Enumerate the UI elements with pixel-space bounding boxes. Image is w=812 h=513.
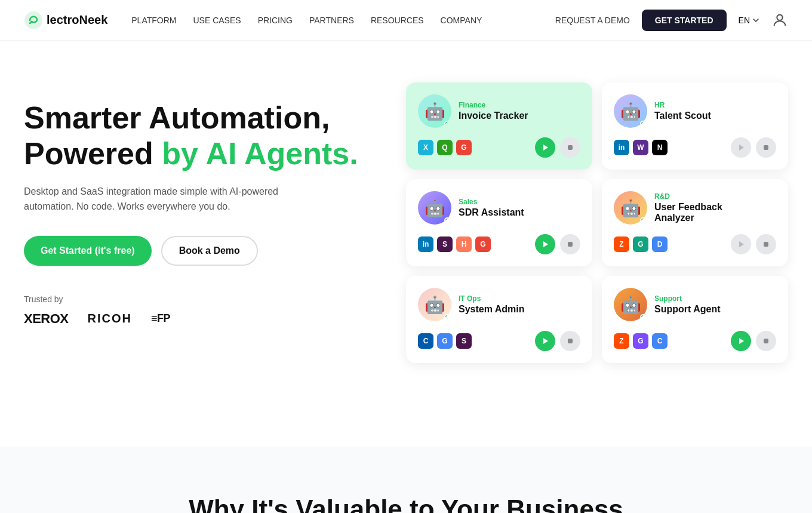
agent-tools-finance: X Q G	[418, 140, 472, 155]
citrix-tool-icon: C	[418, 333, 433, 349]
stop-button-hr[interactable]	[756, 137, 776, 158]
play-button-it[interactable]	[535, 331, 555, 351]
agent-footer-support: Z G C	[614, 331, 776, 351]
agent-tools-hr: in W N	[614, 140, 668, 155]
chevron-down-icon	[752, 17, 759, 24]
nav-partners[interactable]: PARTNERS	[309, 16, 354, 25]
agent-avatar-hr: 🤖	[614, 94, 647, 128]
nav-pricing[interactable]: PRICING	[258, 16, 293, 25]
agent-info-rd: R&D User Feedback Analyzer	[654, 192, 722, 223]
agent-actions-hr	[731, 137, 776, 158]
hero-title: Smarter Automation, Powered by AI Agents…	[24, 100, 370, 172]
hero-right: 🤖 Finance Invoice Tracker X Q G	[406, 76, 788, 363]
bottom-section: Why It's Valuable to Your Business Make …	[0, 447, 812, 513]
user-icon[interactable]	[771, 12, 788, 29]
gpt-tool-icon-rd: G	[633, 236, 648, 252]
agent-actions-it	[535, 331, 580, 351]
bottom-title: Why It's Valuable to Your Business	[24, 494, 788, 513]
stop-button-sales[interactable]	[560, 234, 580, 254]
play-button-finance[interactable]	[535, 137, 555, 158]
ufp-logo: ≡FP	[151, 312, 170, 325]
wc-tool-icon: W	[633, 140, 648, 155]
agent-card-it: 🤖 IT Ops System Admin C G S	[406, 276, 592, 363]
svg-rect-11	[568, 339, 573, 343]
xero-tool-icon: X	[418, 140, 433, 155]
agent-header-sales: 🤖 Sales SDR Assistant	[418, 191, 580, 225]
chrome-tool-icon-support: C	[652, 333, 668, 349]
nav-platform[interactable]: PLATFORM	[131, 16, 176, 25]
agent-tools-rd: Z G D	[614, 236, 668, 252]
agent-header-rd: 🤖 R&D User Feedback Analyzer	[614, 191, 776, 225]
agent-name-rd: User Feedback Analyzer	[654, 202, 722, 223]
stop-button-it[interactable]	[560, 331, 580, 351]
get-started-hero-button[interactable]: Get Started (it's free)	[24, 236, 152, 266]
play-button-rd[interactable]	[731, 234, 751, 254]
stop-button-finance[interactable]	[560, 137, 580, 158]
play-button-sales[interactable]	[535, 234, 555, 254]
hubspot-tool-icon-sales: H	[456, 236, 472, 252]
svg-rect-9	[764, 242, 768, 247]
get-started-button[interactable]: GET STARTED	[642, 10, 727, 31]
svg-rect-5	[764, 145, 768, 150]
agent-avatar-support: 🤖	[614, 288, 647, 321]
navbar: lectroNeek PLATFORM USE CASES PRICING PA…	[0, 0, 812, 41]
agent-name-hr: Talent Scout	[654, 110, 711, 121]
lang-text: EN	[739, 16, 750, 25]
agent-status-dot-hr	[640, 121, 646, 127]
agent-category-rd: R&D	[654, 192, 722, 201]
agent-name-it: System Admin	[459, 304, 525, 315]
svg-marker-2	[543, 145, 548, 150]
play-icon-rd	[737, 240, 745, 248]
svg-rect-3	[568, 145, 573, 150]
nav-resources[interactable]: RESOURCES	[371, 16, 424, 25]
agent-card-support: 🤖 Support Support Agent Z G C	[602, 276, 788, 363]
agent-avatar-rd: 🤖	[614, 191, 647, 225]
agent-info-sales: Sales SDR Assistant	[459, 198, 524, 218]
play-button-hr[interactable]	[731, 137, 751, 158]
agent-header-it: 🤖 IT Ops System Admin	[418, 288, 580, 321]
nav-company[interactable]: COMPANY	[441, 16, 482, 25]
agent-card-sales: 🤖 Sales SDR Assistant in S H G	[406, 179, 592, 266]
svg-point-1	[777, 14, 782, 20]
agent-footer-it: C G S	[418, 331, 580, 351]
hero-left: Smarter Automation, Powered by AI Agents…	[24, 76, 370, 327]
play-icon-sales	[541, 240, 549, 248]
agent-actions-sales	[535, 234, 580, 254]
play-button-support[interactable]	[731, 331, 751, 351]
agent-avatar-finance: 🤖	[418, 94, 451, 128]
stop-button-rd[interactable]	[756, 234, 776, 254]
agent-name-finance: Invoice Tracker	[459, 110, 528, 121]
stop-icon-rd	[762, 240, 770, 248]
agent-category-it: IT Ops	[459, 294, 525, 303]
book-demo-button[interactable]: Book a Demo	[161, 236, 258, 266]
qb-tool-icon: Q	[437, 140, 453, 155]
stop-button-support[interactable]	[756, 331, 776, 351]
agent-header-finance: 🤖 Finance Invoice Tracker	[418, 94, 580, 128]
svg-rect-13	[764, 339, 768, 343]
play-icon	[541, 143, 549, 152]
play-icon-it	[541, 337, 549, 345]
hero-description: Desktop and SaaS integration made simple…	[24, 184, 322, 214]
agent-info-hr: HR Talent Scout	[654, 101, 711, 121]
svg-marker-10	[543, 338, 548, 344]
agent-header-support: 🤖 Support Support Agent	[614, 288, 776, 321]
language-selector[interactable]: EN	[739, 16, 759, 25]
trusted-logos: XEROX RICOH ≡FP	[24, 311, 370, 327]
hero-section: Smarter Automation, Powered by AI Agents…	[0, 41, 812, 447]
play-icon-support	[737, 337, 745, 345]
agent-actions-finance	[535, 137, 580, 158]
li-tool-icon: in	[614, 140, 629, 155]
hero-title-line1: Smarter Automation,	[24, 100, 330, 135]
nav-left: lectroNeek PLATFORM USE CASES PRICING PA…	[24, 11, 482, 30]
svg-marker-4	[739, 145, 744, 150]
slack-tool-icon-sales: S	[437, 236, 453, 252]
agent-status-dot-it	[444, 314, 450, 320]
agent-header-hr: 🤖 HR Talent Scout	[614, 94, 776, 128]
agent-footer-finance: X Q G	[418, 137, 580, 158]
li-tool-icon-sales: in	[418, 236, 433, 252]
svg-marker-12	[739, 338, 744, 344]
agent-footer-sales: in S H G	[418, 234, 580, 254]
logo[interactable]: lectroNeek	[24, 11, 107, 30]
request-demo-link[interactable]: REQUEST A DEMO	[555, 16, 630, 25]
nav-use-cases[interactable]: USE CASES	[193, 16, 241, 25]
